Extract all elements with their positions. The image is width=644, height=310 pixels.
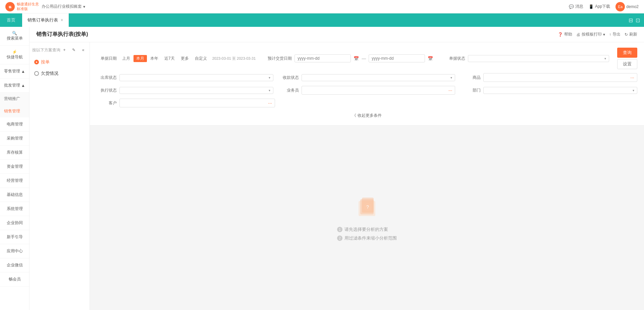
- chevron-up-icon: ▲: [21, 69, 25, 74]
- customer-more-btn[interactable]: ···: [268, 100, 272, 106]
- tab-bar: 首页 销售订单执行表 × ⊟ ⊡: [0, 13, 644, 27]
- user-action[interactable]: Ea demo2: [615, 2, 639, 11]
- add-scheme-btn[interactable]: +: [61, 46, 68, 54]
- help-btn[interactable]: ❓ 帮助: [558, 32, 572, 37]
- export-btn[interactable]: ↑ 导出: [609, 32, 621, 37]
- app-download-action[interactable]: 📱 App下载: [589, 4, 610, 9]
- sidebar-item-enterprise-wechat[interactable]: 企业微信: [0, 258, 29, 272]
- tab-minimize-btn[interactable]: ⊟: [629, 17, 633, 23]
- collection-status-chevron: ▾: [450, 76, 452, 80]
- refresh-btn[interactable]: ↻ 刷新: [625, 32, 637, 37]
- filter-row-1: 单据日期 上月 本月 本年 近7天 更多 自定义 2023-03-01 至 20…: [97, 48, 637, 69]
- calendar-icon-end: 📅: [428, 56, 433, 61]
- workspace-selector[interactable]: 办公用品行业模拟账套 ▾: [42, 4, 85, 9]
- sidebar-item-inventory[interactable]: 库存核算: [0, 146, 29, 160]
- department-chevron: ▾: [633, 89, 634, 92]
- sidebar-item-enterprise[interactable]: 企业协同: [0, 216, 29, 230]
- department-select[interactable]: ▾: [483, 87, 637, 94]
- refresh-icon: ↻: [625, 32, 628, 37]
- tab-home[interactable]: 首页: [0, 13, 22, 27]
- collection-status-label: 收款状态: [279, 75, 299, 81]
- svg-text:畅: 畅: [9, 6, 11, 9]
- tab-bar-actions: ⊟ ⊡: [625, 13, 644, 27]
- empty-state: ? 1 请先选择要分析的方案 2 用过滤条件来缩小分析范围: [90, 125, 644, 310]
- content-area: 销售订单执行表(按单) ❓ 帮助 🖨 按模板打印 ▾ ↑ 导出 ↻ 刷新: [30, 27, 644, 310]
- doc-status-select[interactable]: ▾: [468, 55, 609, 62]
- department-label: 部门: [461, 88, 481, 93]
- product-select[interactable]: ···: [483, 73, 637, 82]
- filter-row-4: 客户 ···: [97, 99, 637, 107]
- main-panel: 单据日期 上月 本月 本年 近7天 更多 自定义 2023-03-01 至 20…: [90, 42, 644, 310]
- doc-status-chevron: ▾: [604, 57, 606, 60]
- sidebar-item-system[interactable]: 系统管理: [0, 202, 29, 216]
- header-right: 💬 消息 📱 App下载 Ea demo2: [569, 2, 639, 11]
- top-header: 畅 畅捷通好生意 标准版 办公用品行业模拟账套 ▾ 💬 消息 📱 App下载 E…: [0, 0, 644, 13]
- tab-close-btn[interactable]: ×: [61, 18, 63, 22]
- date-tab-current-year[interactable]: 本年: [148, 55, 161, 62]
- query-btn[interactable]: 查询: [617, 48, 637, 58]
- expected-date-start[interactable]: [294, 54, 351, 62]
- print-dropdown-icon: ▾: [603, 32, 605, 37]
- left-panel-actions: + ✎ «: [61, 46, 87, 54]
- product-more-btn[interactable]: ···: [630, 75, 634, 80]
- sidebar-item-purchase[interactable]: 采购管理: [0, 132, 29, 146]
- tab-maximize-btn[interactable]: ⊡: [636, 17, 640, 23]
- svg-text:?: ?: [366, 204, 369, 210]
- scheme-item-按单[interactable]: ● 按单: [32, 56, 87, 68]
- sidebar-item-quick-nav[interactable]: ⚡ 快捷导航: [0, 46, 29, 64]
- exec-status-chevron: ▾: [269, 89, 270, 92]
- salesperson-more-btn[interactable]: ···: [448, 88, 452, 93]
- collapse-icon: 《: [352, 113, 356, 118]
- sidebar-sub-item-sales[interactable]: 销售管理: [0, 105, 29, 117]
- main-content-wrapper: 按以下方案查询 + ✎ « ● 按单 欠货情况: [30, 42, 644, 310]
- date-tab-custom[interactable]: 自定义: [192, 55, 210, 62]
- sidebar-item-ecommerce[interactable]: 电商管理: [0, 117, 29, 132]
- sidebar-item-finance[interactable]: 资金管理: [0, 160, 29, 174]
- salesperson-label: 业务员: [279, 88, 299, 93]
- left-panel-title: 按以下方案查询 + ✎ «: [32, 46, 87, 54]
- date-tab-current-month[interactable]: 本月: [133, 55, 147, 62]
- filter-area: 单据日期 上月 本月 本年 近7天 更多 自定义 2023-03-01 至 20…: [90, 42, 644, 125]
- sidebar-item-operations[interactable]: 经营管理: [0, 174, 29, 188]
- settings-btn[interactable]: 设置: [617, 59, 637, 69]
- page-header: 销售订单执行表(按单) ❓ 帮助 🖨 按模板打印 ▾ ↑ 导出 ↻ 刷新: [30, 27, 644, 42]
- empty-tip-1: 1 请先选择要分析的方案: [337, 226, 397, 232]
- message-icon: 💬: [569, 4, 574, 9]
- sidebar-item-wholesale[interactable]: 批发管理 ▲: [0, 79, 29, 93]
- date-tab-last-month[interactable]: 上月: [119, 55, 133, 62]
- main-layout: 🔍 搜索菜单 ⚡ 快捷导航 零售管理 ▲ 批发管理 ▲ 营销推广 销售管理 电商…: [0, 27, 644, 310]
- collection-status-select[interactable]: ▾: [302, 74, 455, 81]
- empty-state-icon: ?: [354, 194, 380, 221]
- salesperson-select[interactable]: ···: [302, 86, 455, 95]
- sidebar-item-basic-info[interactable]: 基础信息: [0, 188, 29, 202]
- exec-status-label: 执行状态: [97, 88, 117, 93]
- sidebar-item-new-guide[interactable]: 新手引导: [0, 230, 29, 244]
- date-tab-more[interactable]: 更多: [178, 55, 192, 62]
- customer-select[interactable]: ···: [119, 99, 275, 107]
- collapse-filters-btn[interactable]: 《 收起更多条件: [97, 111, 637, 120]
- print-btn[interactable]: 🖨 按模板打印 ▾: [576, 32, 605, 37]
- scheme-item-欠货情况[interactable]: 欠货情况: [32, 68, 87, 79]
- sidebar-item-app-center[interactable]: 应用中心: [0, 244, 29, 258]
- exec-status-select[interactable]: ▾: [119, 87, 273, 94]
- sidebar-item-member[interactable]: 畅会员: [0, 272, 29, 287]
- sidebar-sub-sales: 销售管理: [0, 105, 29, 117]
- sidebar-sub-item-marketing[interactable]: 营销推广: [0, 93, 29, 105]
- date-tab-7days[interactable]: 近7天: [162, 55, 177, 62]
- date-range-display: 2023-03-01 至 2023-03-31: [212, 56, 256, 61]
- message-action[interactable]: 💬 消息: [569, 4, 583, 9]
- collapse-panel-btn[interactable]: «: [79, 46, 87, 54]
- sidebar-item-search-menu[interactable]: 🔍 搜索菜单: [0, 27, 29, 46]
- tab-sales-order[interactable]: 销售订单执行表 ×: [22, 13, 69, 27]
- active-scheme-indicator: ●: [34, 60, 39, 64]
- print-icon: 🖨: [576, 32, 580, 37]
- sidebar-item-retail[interactable]: 零售管理 ▲: [0, 64, 29, 79]
- edit-scheme-btn[interactable]: ✎: [70, 46, 77, 54]
- calendar-icon-start: 📅: [354, 56, 359, 61]
- empty-tips: 1 请先选择要分析的方案 2 用过滤条件来缩小分析范围: [337, 226, 397, 241]
- expected-date-end[interactable]: [369, 54, 425, 62]
- delivery-status-chevron: ▾: [269, 76, 270, 80]
- delivery-status-select[interactable]: ▾: [119, 74, 273, 81]
- date-tabs: 上月 本月 本年 近7天 更多 自定义: [119, 55, 210, 62]
- filter-row-3: 执行状态 ▾ 业务员 ···: [97, 86, 637, 95]
